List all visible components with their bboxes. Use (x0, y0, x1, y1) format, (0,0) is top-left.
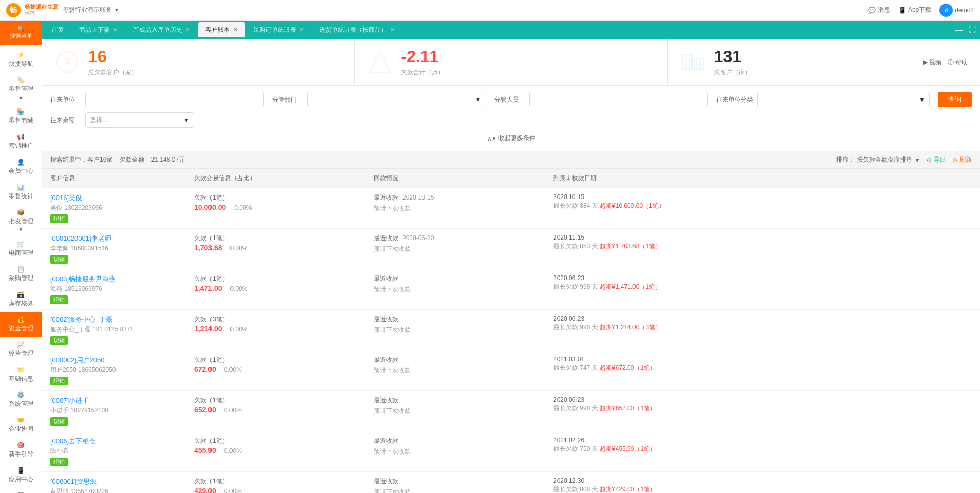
user-profile[interactable]: d demo2 (939, 4, 974, 17)
appcenter-label: 应用中心 (9, 475, 33, 484)
customer-phone-7: 陈小希 (50, 447, 194, 456)
debt-amount-1[interactable]: 10,000.00 (194, 203, 226, 211)
tab-production-close[interactable]: ✕ (185, 27, 190, 33)
debt-amount-5[interactable]: 672.00 (194, 365, 216, 373)
debt-amount-4[interactable]: 1,214.00 (194, 325, 222, 333)
person-input[interactable]: ··· (529, 92, 708, 107)
overdue-amount-2[interactable]: 超期¥1,703.68（1笔） (600, 243, 661, 250)
customer-cell-6: [0007]小进千 小进千 18279152100 现销 (50, 396, 194, 426)
filter-source-unit: 往来单位 ··· (50, 92, 264, 107)
customer-name-3[interactable]: [0003]畅捷服务尹海燕 (50, 274, 194, 284)
sidebar-item-baseinfo[interactable]: 📁 基础信息 (0, 362, 42, 387)
tab-customer-account[interactable]: 客户账本 ✕ (198, 22, 245, 37)
sidebar-item-enterprisewx[interactable]: 💬 企业微信 (0, 488, 42, 493)
result-info: 搜索结果中，客户16家 欠款金额 -21,148.07元 (50, 155, 185, 164)
source-unit-input[interactable]: ··· (85, 92, 264, 107)
collapse-filter-btn[interactable]: ∧∧ 收起更多条件 (50, 132, 972, 145)
sidebar-item-members[interactable]: 👤 会员中心 (0, 154, 42, 180)
app-download-btn[interactable]: 📱 App下载 (898, 6, 931, 14)
tab-import-stats-close[interactable]: ✕ (390, 27, 395, 33)
tab-purchase-stats-close[interactable]: ✕ (299, 27, 304, 33)
overdue-date-8: 2020.12.30 (553, 477, 972, 484)
customer-name-7[interactable]: [0006]去下粮仓 (50, 437, 194, 446)
debt-amount-3[interactable]: 1,471.00 (194, 284, 222, 292)
store-selector[interactable]: 母婴行业演示账套 ▼ (63, 6, 119, 14)
recovery-next-1: 预计下次收款 (374, 204, 553, 213)
debt-amount-6[interactable]: 652.00 (194, 406, 216, 414)
sidebar-item-enterprise[interactable]: 🤝 企业协同 (0, 412, 42, 438)
query-button[interactable]: 查询 (938, 92, 972, 107)
customer-name-4[interactable]: [0002]服务中心_丁磊 (50, 315, 194, 324)
sidebar-item-sysconfig[interactable]: ⚙️ 系统管理 (0, 387, 42, 412)
overdue-amount-7[interactable]: 超期¥455.90（1笔） (600, 445, 656, 452)
overdue-days-7: 最长欠款 750 天 超期¥455.90（1笔） (553, 445, 972, 453)
debt-amount-7[interactable]: 455.90 (194, 446, 216, 455)
filter-row-1: 往来单位 ··· 分管部门 ▼ 分管人员 (50, 92, 972, 107)
header-right: 💬 消息 📱 App下载 d demo2 (868, 4, 974, 17)
dept-select[interactable]: ▼ (307, 92, 486, 107)
tab-import-stats[interactable]: 进货单统计表（按商品） ✕ (312, 22, 402, 37)
unit-category-select[interactable]: ▼ (757, 92, 930, 107)
recovery-cell-6: 最近收款 预计下次收款 (374, 396, 553, 416)
refresh-button[interactable]: ⊙ 刷新 (952, 155, 972, 164)
filter-area: 往来单位 ··· 分管部门 ▼ 分管人员 (42, 86, 980, 151)
customer-name-1[interactable]: [0016]吴俊 (50, 193, 194, 203)
total-customers-info: 131 总客户（家） (714, 47, 751, 77)
sidebar-item-retail-mgmt[interactable]: 🏷️ 零售管理 ▲ (0, 72, 42, 104)
tab-maximize-btn[interactable]: ⛶ (967, 26, 978, 34)
message-btn[interactable]: 💬 消息 (868, 6, 890, 14)
overdue-days-8: 最长欠款 808 天 超期¥429.00（1笔） (553, 485, 972, 493)
sidebar-search[interactable]: 🔍 搜索菜单 (10, 24, 32, 42)
overdue-amount-8[interactable]: 超期¥429.00（1笔） (600, 486, 656, 493)
debt-ratio-4: 0.00% (230, 326, 248, 333)
sidebar-item-operations[interactable]: 📈 经营管理 (0, 337, 42, 362)
customer-name-2[interactable]: [0001020001]李老师 (50, 234, 194, 243)
logo-icon: 畅 (6, 3, 21, 17)
recovery-info-1: 最近收款2020-10-15 (374, 193, 553, 202)
sidebar-item-marketing[interactable]: 📢 营销推广 (0, 129, 42, 154)
balance-select[interactable]: 选择... ▼ (85, 112, 194, 128)
sidebar-item-batch-mgmt[interactable]: 📦 批发管理 ▼ (0, 205, 42, 236)
overdue-cell-7: 2021.02.26 最长欠款 750 天 超期¥455.90（1笔） (553, 437, 972, 453)
overdue-amount-5[interactable]: 超期¥672.00（1笔） (600, 364, 656, 371)
recovery-info-5: 最近收款 (374, 356, 553, 364)
help-icon: ⓘ (948, 58, 954, 67)
tab-purchase-stats[interactable]: 采购订单统计表 ✕ (246, 22, 311, 37)
tab-goods[interactable]: 商品上下架 ✕ (72, 22, 125, 37)
customer-name-6[interactable]: [0007]小进千 (50, 396, 194, 405)
tab-production[interactable]: 产成品入库单历史 ✕ (126, 22, 197, 37)
tab-minimize-btn[interactable]: — (953, 26, 965, 34)
sidebar-item-appcenter[interactable]: 📱 应用中心 (0, 463, 42, 488)
filter-dept: 分管部门 ▼ (272, 92, 486, 107)
customer-name-5[interactable]: [000002]用户2050 (50, 356, 194, 365)
overdue-amount-3[interactable]: 超期¥1,471.00（1笔） (600, 283, 661, 290)
overdue-amount-1[interactable]: 超期¥10,000.00（1笔） (600, 202, 665, 209)
table-row: [0006]去下粮仓 陈小希 现销 欠款（1笔） 455.90 0.00% 最近… (42, 431, 980, 472)
sidebar-item-finance[interactable]: 💰 资金管理 (0, 312, 42, 337)
sidebar-item-retail-stats[interactable]: 📊 零售统计 (0, 180, 42, 205)
message-label: 消息 (878, 6, 890, 14)
sidebar-item-quicknav[interactable]: ⚡ 快捷导航 (0, 47, 42, 72)
help-btn[interactable]: ⓘ 帮助 (948, 58, 968, 67)
video-btn[interactable]: ▶ 视频 (923, 58, 941, 67)
dept-arrow-icon: ▼ (475, 96, 482, 103)
video-icon: ▶ (923, 58, 928, 66)
sidebar-item-inventory[interactable]: 🗃️ 库存核算 (0, 287, 42, 312)
sort-button[interactable]: 排序： 按欠款金额倒序排序 ▼ (836, 155, 920, 164)
sidebar-item-retail-mall[interactable]: 🏪 零售商城 (0, 104, 42, 129)
debt-amount-2[interactable]: 1,703.68 (194, 244, 222, 252)
overdue-amount-6[interactable]: 超期¥652.00（1笔） (600, 405, 656, 412)
overdue-amount-4[interactable]: 超期¥1,214.00（3笔） (600, 324, 661, 331)
sidebar-item-newguide[interactable]: 🎯 新手引导 (0, 438, 42, 463)
sidebar-item-purchase[interactable]: 📋 采购管理 (0, 262, 42, 287)
sidebar-item-ecommerce[interactable]: 🛒 电商管理 (0, 236, 42, 262)
customer-phone-1: 吴俊 13026203696 (50, 204, 194, 212)
debt-amount-8[interactable]: 429.00 (194, 487, 216, 493)
tab-goods-close[interactable]: ✕ (113, 27, 118, 33)
tab-customer-account-close[interactable]: ✕ (233, 27, 238, 33)
newguide-label: 新手引导 (9, 450, 33, 459)
recovery-next-4: 预计下次收款 (374, 326, 553, 334)
export-button[interactable]: ⊙ 导出 (927, 155, 946, 164)
tab-home[interactable]: 首页 (44, 22, 71, 37)
customer-name-8[interactable]: [000001]黄思源 (50, 477, 194, 486)
